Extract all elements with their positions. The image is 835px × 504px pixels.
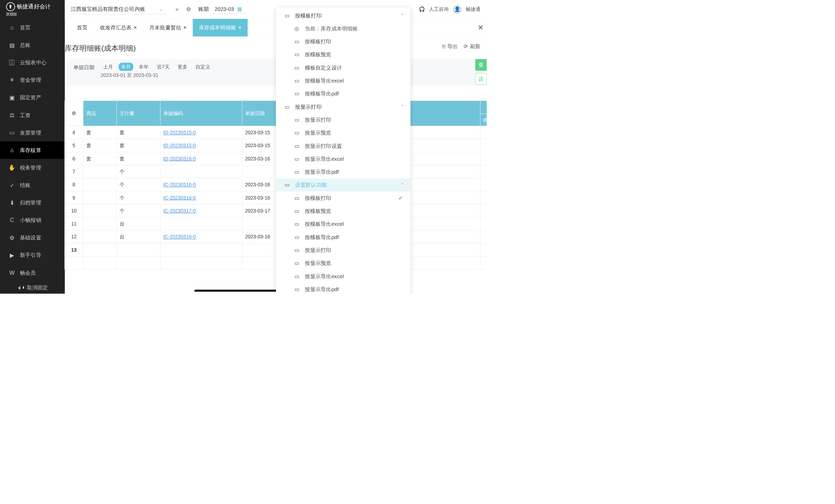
doc-code-link[interactable]: ID-20230316-0 <box>163 156 196 161</box>
dd-item-label: 按模板打印 <box>305 38 331 45</box>
sidebar-item-invoice[interactable]: ▭发票管理 <box>0 124 65 141</box>
dd-item[interactable]: ▭按显示导出excel <box>276 152 411 165</box>
cell-unit <box>116 256 160 269</box>
dd-item-label: 按显示导出excel <box>305 273 344 280</box>
dd-item[interactable]: ▭按显示导出pdf <box>276 283 411 294</box>
print-icon: ▭ <box>284 104 290 110</box>
sidebar-item-chart[interactable]: ⿲云报表中心 <box>0 54 65 71</box>
settings-button[interactable]: 设 <box>475 73 487 85</box>
dd-item[interactable]: ▭按模板打印✓ <box>276 192 411 204</box>
table-row: 9个IC-20230316-02023-03-162023-03-1有限责任公司… <box>64 191 486 204</box>
data-table: ⚙ 商品 主计量 单据编码 单据日期 记账日期 往来单位 收入数量 4套套ID-… <box>64 101 487 269</box>
dd-item[interactable]: ▭按模板导出pdf <box>276 87 411 100</box>
sidebar-item-label: 云报表中心 <box>20 59 47 66</box>
close-icon[interactable]: ✕ <box>134 25 137 30</box>
consult-link[interactable]: 人工咨询 <box>429 6 449 13</box>
cell-qty: 1.00 <box>480 178 486 191</box>
tab-月末批量暂估[interactable]: 月末批量暂估✕ <box>143 19 193 37</box>
dd-item[interactable]: ▭按模板预览 <box>276 204 411 217</box>
sidebar-item-home[interactable]: ⌂首页 <box>0 19 65 36</box>
dd-item[interactable]: ▭按显示预览 <box>276 126 411 139</box>
dd-item-label: 按显示导出pdf <box>305 168 339 175</box>
sidebar-item-settings[interactable]: ⚙基础设置 <box>0 229 65 246</box>
sidebar-item-ledger[interactable]: ▤总账 <box>0 36 65 54</box>
dd-group-header[interactable]: ▭设置默认功能⌃ <box>276 179 411 192</box>
row-index <box>64 256 83 269</box>
dd-item[interactable]: ▭按显示打印 <box>276 113 411 126</box>
close-all-tabs[interactable]: ✕ <box>474 21 487 34</box>
dd-item[interactable]: ▭按显示打印 <box>276 244 411 257</box>
tab-收发存汇总表[interactable]: 收发存汇总表✕ <box>94 19 143 37</box>
sidebar-item-guide[interactable]: ▶新手引导 <box>0 246 65 264</box>
doc-code-link[interactable]: IC-20230316-0 <box>163 234 196 239</box>
dd-item[interactable]: ▭模板自定义设计 <box>276 61 411 74</box>
dd-group-header[interactable]: ▭按模板打印⌃ <box>276 9 411 22</box>
cell-goods <box>83 165 116 178</box>
company-name: 江西服宝精品有限责任公司内账 <box>71 6 145 12</box>
sidebar-item-promo[interactable]: C小畅报销 <box>0 211 65 229</box>
table-row: 10个IC-20230317-02023-03-172023-03-111.00 <box>64 204 486 217</box>
doc-icon: ▭ <box>294 234 300 240</box>
close-icon: ✓ <box>9 182 15 188</box>
cell-goods: 套 <box>83 152 116 165</box>
cell-code <box>160 165 242 178</box>
date-chip-上月[interactable]: 上月 <box>101 63 115 71</box>
dd-item[interactable]: ▭按模板导出excel <box>276 74 411 87</box>
doc-icon: ▭ <box>294 65 300 71</box>
date-chip-本年[interactable]: 本年 <box>136 63 151 71</box>
date-chip-近7天[interactable]: 近7天 <box>155 63 172 71</box>
page-title: 库存明细账(成本明细) <box>65 39 136 53</box>
sidebar-item-asset[interactable]: ▣固定资产 <box>0 89 65 106</box>
export-button[interactable]: ⎘ 导出 <box>442 43 458 50</box>
date-chip-自定义[interactable]: 自定义 <box>193 63 213 71</box>
add-icon[interactable]: ＋ <box>173 5 182 14</box>
company-select[interactable]: 江西服宝精品有限责任公司内账 ⌄ <box>71 5 167 14</box>
close-icon[interactable]: ✕ <box>238 25 242 30</box>
doc-code-link[interactable]: ID-20230315-0 <box>163 143 196 148</box>
dd-item[interactable]: ▭按模板打印 <box>276 35 411 48</box>
refresh-button[interactable]: ⟳ 刷新 <box>464 43 480 50</box>
dd-item[interactable]: ▭按显示预览 <box>276 257 411 269</box>
doc-code-link[interactable]: IC-20230317-0 <box>163 208 196 214</box>
sidebar-item-close[interactable]: ✓结账 <box>0 177 65 194</box>
tab-库存成本明细账[interactable]: 库存成本明细账✕ <box>193 19 248 37</box>
dd-item[interactable]: ▭按显示导出pdf <box>276 165 411 178</box>
cell-qty <box>480 139 486 152</box>
cell-goods <box>83 243 116 256</box>
dd-item[interactable]: ▭按模板导出pdf <box>276 231 411 244</box>
gear-column-header[interactable]: ⚙ <box>64 101 83 126</box>
money-icon: ￥ <box>9 77 15 83</box>
sidebar-item-label: 新手引导 <box>20 252 41 259</box>
close-icon[interactable]: ✕ <box>183 25 187 30</box>
gear-icon[interactable]: ⚙ <box>184 5 193 14</box>
doc-code-link[interactable]: IC-20230316-0 <box>163 195 196 200</box>
period-value: 2023-03 <box>215 6 234 12</box>
query-button[interactable]: 查 <box>475 59 487 71</box>
sidebar-item-club[interactable]: W畅会员 <box>0 264 65 281</box>
tab-label: 库存成本明细账 <box>199 24 236 31</box>
cell-code: ID-20230315-0 <box>160 126 242 139</box>
date-chip-更多[interactable]: 更多 <box>175 63 190 71</box>
sidebar-item-archive[interactable]: ⬇归档管理 <box>0 194 65 211</box>
app-name: 畅捷通好会计 <box>17 3 51 10</box>
sidebar-item-stock[interactable]: ⌂库存核算 <box>0 141 65 159</box>
tab-首页[interactable]: 首页 <box>71 19 94 37</box>
cell-unit: 个 <box>116 204 160 217</box>
sidebar-unpin[interactable]: ⏴▮ 取消固定 <box>0 281 65 294</box>
sidebar-item-money[interactable]: ￥资金管理 <box>0 71 65 89</box>
dd-item[interactable]: ▭按模板导出excel <box>276 217 411 230</box>
avatar[interactable]: 👤 <box>453 5 462 14</box>
sidebar-item-tax[interactable]: ✋税务管理 <box>0 159 65 177</box>
cell-code: IC-20230316-0 <box>160 178 242 191</box>
period-select[interactable]: 2023-03 ▦ <box>213 5 244 13</box>
dd-item[interactable]: ▭按显示打印设置 <box>276 139 411 152</box>
doc-code-link[interactable]: IC-20230316-0 <box>163 182 196 187</box>
date-chip-本月[interactable]: 本月 <box>119 63 133 71</box>
dd-item[interactable]: ▭按模板预览 <box>276 48 411 61</box>
doc-code-link[interactable]: ID-20230315-0 <box>163 130 196 135</box>
dd-group-header[interactable]: ▭按显示打印⌃ <box>276 100 411 113</box>
topbar-right: 🎧 人工咨询 👤 畅捷通 <box>419 5 480 14</box>
dd-item[interactable]: ▭按显示导出excel <box>276 270 411 283</box>
sidebar-item-salary[interactable]: ⚖工资 <box>0 106 65 124</box>
cell-goods: 套 <box>83 139 116 152</box>
